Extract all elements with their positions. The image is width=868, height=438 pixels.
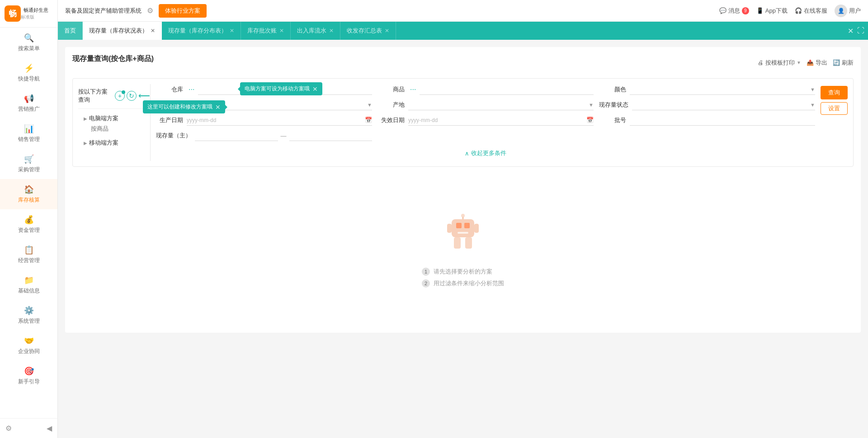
sidebar-nav: 🔍 搜索菜单 ⚡ 快捷导航 📢 营销推广 📊 销售管理 🛒 采购管理 🏠 库存核… <box>0 28 57 418</box>
refresh-scheme-btn[interactable]: ↻ <box>127 91 137 101</box>
sidebar-item-finance[interactable]: 💰 资金管理 <box>0 209 57 240</box>
template-print-label: 按模板打印 <box>765 59 795 67</box>
tab-summary[interactable]: 收发存汇总表 ✕ <box>340 22 396 40</box>
tab-flow-close[interactable]: ✕ <box>329 28 334 34</box>
origin-select[interactable]: ▼ <box>408 99 594 110</box>
filter-top-bar: 按以下方案查询 + ↻ ⟵ <box>78 88 150 109</box>
sidebar-logo: 畅 畅通好生意 标准版 <box>0 0 57 28</box>
filter-right: 仓库 ··· 商品 ··· 颜色 <box>156 84 815 161</box>
scheme-item-by-goods[interactable]: 按商品 <box>84 123 150 134</box>
color-select[interactable]: ▼ <box>630 84 815 95</box>
stock-main-from[interactable] <box>195 130 278 141</box>
scheme-group-pc-title[interactable]: ▶ 电脑端方案 <box>84 113 150 123</box>
header-app[interactable]: 📱 App下载 <box>756 7 788 15</box>
goods-value[interactable] <box>420 84 594 95</box>
tab-stock-status-close[interactable]: ✕ <box>151 28 155 34</box>
settings-bottom-icon[interactable]: ⚙ <box>5 424 12 433</box>
prod-date-calendar-icon[interactable]: 📅 <box>365 117 372 123</box>
pc-group-label: 电脑端方案 <box>89 114 118 122</box>
collapse-up-icon: ∧ <box>465 150 469 157</box>
refresh-label: 刷新 <box>842 59 854 67</box>
sidebar-item-inventory[interactable]: 🏠 库存核算 <box>0 179 57 209</box>
sidebar-item-search[interactable]: 🔍 搜索菜单 <box>0 28 57 58</box>
logo-badge: 标准版 <box>21 14 48 20</box>
logo-title: 畅通好生意 <box>24 7 48 14</box>
stock-status-select[interactable]: ▼ <box>632 99 815 110</box>
tab-batch-close[interactable]: ✕ <box>279 28 284 34</box>
trial-btn[interactable]: 体验行业方案 <box>159 4 207 18</box>
stock-main-label: 现存量（主） <box>156 132 191 140</box>
tab-flow[interactable]: 出入库流水 ✕ <box>291 22 340 40</box>
setting-btn[interactable]: 设置 <box>821 102 848 115</box>
stock-status-dropdown-icon: ▼ <box>810 102 815 108</box>
filter-action-buttons: 查询 设置 <box>821 84 848 115</box>
page-actions: 🖨 按模板打印 ▼ 📤 导出 🔄 刷新 <box>758 59 854 67</box>
tab-summary-close[interactable]: ✕ <box>385 28 389 34</box>
tab-batch[interactable]: 库存批次账 ✕ <box>241 22 291 40</box>
support-icon: 🎧 <box>795 7 802 14</box>
sidebar-label-purchase: 采购管理 <box>18 166 40 174</box>
tab-stock-status[interactable]: 现存量（库存状况表） ✕ <box>83 22 162 40</box>
arrow-left-indicator[interactable]: ⟵ <box>138 91 150 101</box>
tooltip2-text: 这里可以创建和修改方案哦 <box>147 103 212 111</box>
tab-close-all-icon[interactable]: ✕ <box>848 27 854 35</box>
sidebar-item-sales[interactable]: 📊 销售管理 <box>0 118 57 149</box>
message-icon: 💬 <box>719 7 726 14</box>
header-settings-icon[interactable]: ⚙ <box>147 6 153 15</box>
tooltip2-close[interactable]: ✕ <box>215 104 221 111</box>
prod-date-label: 生产日期 <box>156 116 183 124</box>
tab-fullscreen-icon[interactable]: ⛶ <box>857 27 864 35</box>
collapse-btn[interactable]: ∧ 收起更多条件 <box>465 149 506 157</box>
sidebar-item-purchase[interactable]: 🛒 采购管理 <box>0 149 57 179</box>
sidebar-item-marketing[interactable]: 📢 营销推广 <box>0 88 57 118</box>
sidebar-item-system[interactable]: ⚙️ 系统管理 <box>0 300 57 330</box>
sidebar-item-operations[interactable]: 📋 经营管理 <box>0 240 57 270</box>
collapse-sidebar-icon[interactable]: ◀ <box>47 424 52 433</box>
app-icon: 📱 <box>756 7 764 14</box>
add-scheme-btn[interactable]: + <box>115 91 125 101</box>
logo-text-area: 畅通好生意 标准版 <box>21 7 48 20</box>
marketing-icon: 📢 <box>24 94 34 104</box>
search-icon: 🔍 <box>24 33 34 43</box>
filter-row-3: 生产日期 yyyy-mm-dd 📅 失效日期 yyyy-mm-dd 📅 <box>156 115 815 126</box>
sidebar-item-guide[interactable]: 🎯 新手引导 <box>0 361 57 391</box>
batch-input[interactable] <box>630 115 815 126</box>
message-label: 消息 <box>728 7 740 15</box>
batch-label: 批号 <box>599 116 626 124</box>
sidebar-bottom: ⚙ ◀ <box>0 418 57 438</box>
sidebar-item-nav[interactable]: ⚡ 快捷导航 <box>0 58 57 88</box>
stock-main-divider: — <box>281 132 287 139</box>
export-icon: 📤 <box>807 59 814 66</box>
query-btn[interactable]: 查询 <box>821 86 848 99</box>
template-print-btn[interactable]: 🖨 按模板打印 ▼ <box>758 59 801 67</box>
sidebar-item-collab[interactable]: 🤝 企业协同 <box>0 330 57 361</box>
tab-stock-dist[interactable]: 现存量（库存分布表） ✕ <box>162 22 241 40</box>
tab-home[interactable]: 首页 <box>58 22 83 40</box>
header-user[interactable]: 👤 用户 <box>835 5 861 17</box>
tooltip-pc-to-mobile: 电脑方案可设为移动方案哦 ✕ <box>240 82 322 95</box>
collapse-row: ∧ 收起更多条件 <box>156 146 815 161</box>
stock-main-to[interactable] <box>289 130 373 141</box>
warehouse-dots[interactable]: ··· <box>189 85 194 94</box>
header-support[interactable]: 🎧 在线客服 <box>795 7 827 15</box>
expiry-date-input[interactable]: yyyy-mm-dd 📅 <box>408 115 594 126</box>
tooltip1-text: 电脑方案可设为移动方案哦 <box>245 85 310 93</box>
tip-num-2: 2 <box>422 279 430 287</box>
tip2-label: 用过滤条件来缩小分析范围 <box>434 278 504 289</box>
prod-date-input[interactable]: yyyy-mm-dd 📅 <box>187 115 372 126</box>
tooltip1-close[interactable]: ✕ <box>312 85 318 93</box>
export-btn[interactable]: 📤 导出 <box>807 59 827 67</box>
scheme-group-mobile-title[interactable]: ▶ 移动端方案 <box>84 138 150 148</box>
refresh-btn[interactable]: 🔄 刷新 <box>833 59 854 67</box>
scheme-list: ▶ 电脑端方案 按商品 ▶ 移动端方案 <box>84 113 150 148</box>
prod-date-placeholder: yyyy-mm-dd <box>187 117 216 123</box>
expiry-date-calendar-icon[interactable]: 📅 <box>586 117 594 123</box>
page-title: 现存量查询(按仓库+商品) <box>72 54 154 64</box>
sidebar-item-basic[interactable]: 📁 基础信息 <box>0 270 57 300</box>
tab-flow-label: 出入库流水 <box>297 27 326 35</box>
export-label: 导出 <box>816 59 827 67</box>
sidebar-label-operations: 经营管理 <box>18 257 40 264</box>
tab-stock-dist-close[interactable]: ✕ <box>230 28 234 34</box>
header-message[interactable]: 💬 消息 9 <box>719 7 749 15</box>
goods-dots[interactable]: ··· <box>410 85 416 94</box>
